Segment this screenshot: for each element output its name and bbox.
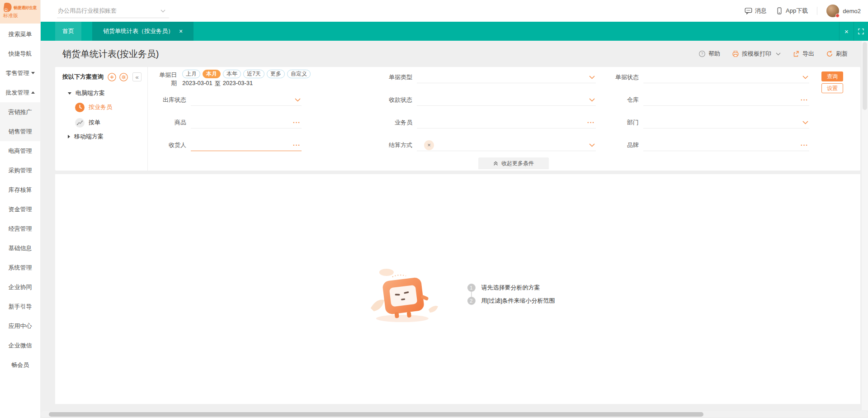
add-scheme-button[interactable] [108,73,116,81]
refresh-button[interactable]: 刷新 [826,50,848,58]
date-preset-last-7-days[interactable]: 近7天 [243,70,264,78]
sidebar-item-beginner-guide[interactable]: 新手引导 [0,297,40,316]
sidebar-item-operations-mgmt[interactable]: 经营管理 [0,219,40,238]
sidebar-item-search-menu[interactable]: 搜索菜单 [0,24,40,44]
department-input[interactable] [643,117,809,128]
sidebar-item-enterprise-collab[interactable]: 企业协同 [0,277,40,297]
print-button[interactable]: 按模板打印 [732,50,781,58]
sidebar-item-inventory-accounting[interactable]: 库存核算 [0,180,40,200]
sidebar-item-funds-mgmt[interactable]: 资金管理 [0,200,40,219]
user-menu[interactable]: demo2 [826,5,861,17]
tab-close-icon[interactable]: × [179,28,183,34]
outbound-status-input[interactable] [191,94,302,106]
ellipsis-icon[interactable]: ··· [801,142,808,148]
collapse-more-button[interactable]: 收起更多条件 [478,157,549,169]
collapse-panel-button[interactable]: « [132,72,142,81]
phone-icon [776,7,783,14]
svg-text:?: ? [701,52,703,56]
sidebar-item-ecommerce-mgmt[interactable]: 电商管理 [0,141,40,161]
date-preset-this-year[interactable]: 本年 [223,70,241,78]
ellipsis-icon[interactable]: ··· [587,119,595,126]
date-separator: 至 [215,80,221,88]
date-preset-last-month[interactable]: 上月 [182,70,200,78]
date-preset-custom[interactable]: 自定义 [287,70,311,78]
sidebar-item-sales-mgmt[interactable]: 销售管理 [0,122,40,141]
tab-home[interactable]: 首页 [55,22,81,41]
date-preset-this-month[interactable]: 本月 [203,70,221,78]
chevron-down-icon[interactable] [589,143,595,147]
settings-button[interactable]: 设置 [821,83,843,93]
sidebar-item-basic-info[interactable]: 基础信息 [0,238,40,258]
ellipsis-icon[interactable]: ··· [293,119,301,126]
filter-field-payment-status: 收款状态 [372,93,596,107]
filter-field-doc-type: 单据类型 [372,71,596,84]
salesman-input[interactable]: ··· [417,117,596,128]
scheme-panel-header: 按以下方案查询 « [55,67,147,81]
ellipsis-icon[interactable]: ··· [293,142,301,148]
header-actions: 消息 App下载 demo2 [745,0,861,22]
payment-status-input[interactable] [417,94,596,106]
scheme-item-by-salesman[interactable]: 按业务员 [68,100,147,115]
date-end: 2023-03-31 [223,80,253,88]
help-button[interactable]: ? 帮助 [698,50,720,58]
sidebar-item-retail-mgmt[interactable]: 零售管理 [0,63,40,83]
brand-input[interactable]: ··· [643,139,809,151]
fullscreen-button[interactable] [854,22,868,41]
sidebar-item-member[interactable]: 畅会员 [0,355,40,375]
tabbar-controls: × [839,22,868,41]
filter-field-product: 商品 ··· [155,116,302,129]
clock-icon [75,103,85,112]
main-panel: 1 请先选择要分析的方案 2 用[过滤]条件来缩小分析范围 [55,174,860,404]
scheme-panel: 按以下方案查询 « 电脑端方案 [55,67,148,171]
doc-type-input[interactable] [417,71,596,83]
brand-edition: 标准版 [2,12,39,19]
chevron-down-icon[interactable] [589,98,595,102]
messages-button[interactable]: 消息 [745,7,767,15]
chevron-down-icon[interactable] [589,76,595,79]
chart-icon [75,118,85,128]
scheme-item-by-order[interactable]: 按单 [68,115,147,130]
close-all-button[interactable]: × [839,22,854,41]
tab-sales-report[interactable]: 销货单统计表（按业务员） × [92,22,193,41]
ellipsis-icon[interactable]: ··· [801,97,808,103]
title-bar: 销货单统计表(按业务员) ? 帮助 按模板打印 [41,41,868,67]
sidebar-item-app-center[interactable]: 应用中心 [0,316,40,336]
chevron-down-icon[interactable] [802,121,808,124]
consignee-input[interactable]: ··· [191,139,302,151]
scheme-settings-button[interactable] [119,73,128,81]
product-input[interactable]: ··· [191,117,302,128]
date-start: 2023-03-01 [182,80,212,88]
vertical-scrollbar-thumb[interactable] [863,42,867,110]
sidebar-item-purchase-mgmt[interactable]: 采购管理 [0,161,40,180]
chevron-up-icon [31,91,35,94]
settlement-input[interactable]: × [417,139,596,151]
app-download-button[interactable]: App下载 [776,7,808,15]
scheme-group-pc[interactable]: 电脑端方案 [68,87,147,100]
export-button[interactable]: 导出 [793,50,814,58]
date-range[interactable]: 2023-03-01 至 2023-03-31 [182,80,311,88]
sidebar-item-wholesale-mgmt[interactable]: 批发管理 [0,83,40,102]
sidebar-item-marketing[interactable]: 营销推广 [0,102,40,122]
scheme-group-mobile[interactable]: 移动端方案 [68,130,147,143]
caret-down-icon [68,92,71,95]
scheme-panel-title: 按以下方案查询 [62,73,104,81]
warehouse-input[interactable]: ··· [643,94,809,106]
sidebar-item-wechat-work[interactable]: 企业微信 [0,336,40,355]
sidebar: 畅捷通好生意 标准版 搜索菜单 快捷导航 零售管理 批发管理 营销推广 销售管理… [0,0,41,418]
chevron-down-icon[interactable] [295,98,301,102]
chevron-down-icon[interactable] [802,76,808,79]
query-button[interactable]: 查询 [821,71,843,81]
export-icon [793,50,800,57]
account-select[interactable]: 办公用品行业模拟账套 [57,4,169,18]
filter-field-doc-date: 单据日期 上月 本月 本年 近7天 更多 自定义 2023-03-01 至 20… [155,70,311,88]
brand-logo[interactable]: 畅捷通好生意 标准版 [0,0,40,24]
page-title: 销货单统计表(按业务员) [62,48,159,60]
sidebar-item-quick-nav[interactable]: 快捷导航 [0,44,40,63]
clear-icon[interactable]: × [424,140,434,150]
step-1: 1 请先选择要分析的方案 [467,284,555,292]
doc-status-input[interactable] [643,71,809,83]
date-preset-more[interactable]: 更多 [267,70,285,78]
horizontal-scrollbar-thumb[interactable] [49,412,703,417]
print-chevron-icon[interactable] [776,52,781,56]
sidebar-item-system-mgmt[interactable]: 系统管理 [0,258,40,277]
